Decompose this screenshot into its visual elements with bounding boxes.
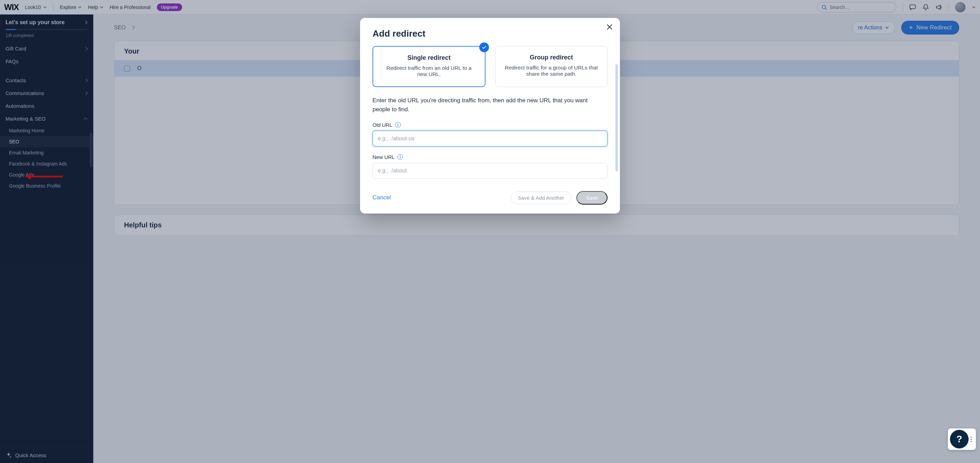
- help-menu-button[interactable]: [969, 437, 974, 442]
- footer-right: Save & Add Another Save: [511, 191, 608, 205]
- old-url-label: Old URL: [372, 122, 393, 128]
- single-redirect-card[interactable]: Single redirect Redirect traffic from an…: [372, 46, 485, 87]
- info-icon[interactable]: i: [398, 154, 403, 160]
- group-title: Group redirect: [504, 54, 599, 61]
- old-url-input[interactable]: [372, 130, 608, 146]
- add-redirect-modal: Add redirect Single redirect Redirect tr…: [360, 18, 620, 213]
- save-button[interactable]: Save: [576, 191, 608, 205]
- single-desc: Redirect traffic from an old URL to a ne…: [382, 65, 477, 77]
- close-button[interactable]: [606, 24, 613, 30]
- instruction-text: Enter the old URL you're directing traff…: [372, 96, 593, 115]
- help-fab: ?: [948, 428, 976, 450]
- modal-footer: Cancel Save & Add Another Save: [372, 191, 608, 205]
- cancel-button[interactable]: Cancel: [372, 194, 391, 201]
- help-button[interactable]: ?: [950, 430, 969, 449]
- new-url-label: New URL: [372, 154, 395, 160]
- check-icon: [479, 43, 489, 52]
- redirect-type-row: Single redirect Redirect traffic from an…: [372, 46, 608, 87]
- new-url-group: New URL i: [372, 154, 608, 179]
- new-url-label-row: New URL i: [372, 154, 608, 160]
- info-icon[interactable]: i: [395, 122, 401, 127]
- old-url-label-row: Old URL i: [372, 122, 608, 128]
- group-desc: Redirect traffic for a group of URLs tha…: [504, 65, 599, 77]
- new-url-input[interactable]: [372, 163, 608, 179]
- modal-scrollbar[interactable]: [616, 64, 618, 171]
- save-add-another-button[interactable]: Save & Add Another: [511, 191, 571, 204]
- single-title: Single redirect: [382, 54, 477, 62]
- modal-title: Add redirect: [372, 28, 608, 39]
- old-url-group: Old URL i: [372, 122, 608, 146]
- group-redirect-card[interactable]: Group redirect Redirect traffic for a gr…: [495, 46, 608, 87]
